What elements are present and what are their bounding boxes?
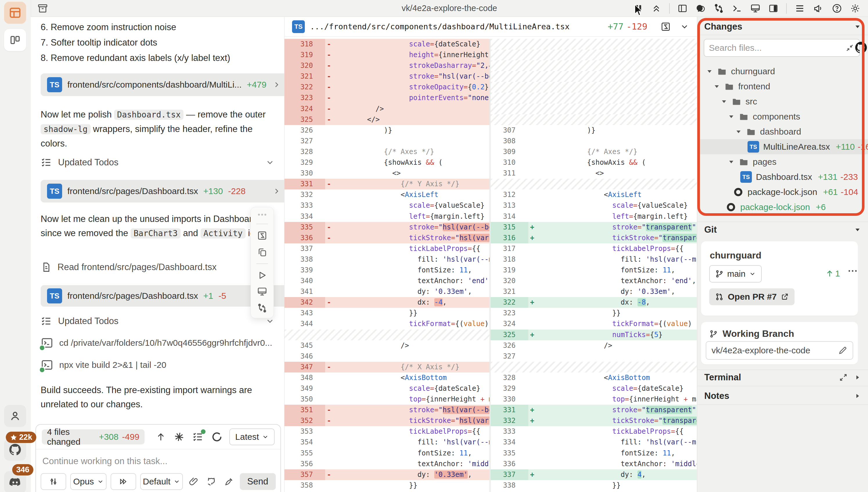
search-files-input[interactable]: Search files... xyxy=(704,39,860,57)
diff-view-icon[interactable] xyxy=(257,230,268,241)
caret-down-icon[interactable] xyxy=(713,83,720,90)
panel-left-icon[interactable] xyxy=(678,3,687,13)
model-settings-button[interactable] xyxy=(41,473,66,490)
scroll-up-icon[interactable] xyxy=(156,432,166,442)
ts-file-icon: TS xyxy=(47,288,62,303)
terminal-command-row[interactable]: cd /private/var/folders/10/h7w0q46556ggr… xyxy=(41,337,275,349)
caret-down-icon[interactable] xyxy=(854,226,861,233)
file-chip-dashboard-2[interactable]: TS frontend/src/pages/Dashboard.tsx +1 -… xyxy=(41,285,284,306)
monitor-icon[interactable] xyxy=(257,286,267,297)
terminal-command: cd /private/var/folders/10/h7w0q46556ggr… xyxy=(59,338,272,348)
updated-todos-row[interactable]: Updated Todos xyxy=(41,157,275,168)
tree-row-churnguard[interactable]: churnguard xyxy=(697,64,868,79)
tree-row-package-lock-json[interactable]: package-lock.json+61-104 xyxy=(697,184,868,200)
mode-dropdown[interactable]: Default xyxy=(140,473,183,490)
fast-forward-button[interactable] xyxy=(111,473,136,490)
terminal-icon[interactable] xyxy=(732,3,742,14)
tree-row-multilinearea-tsx[interactable]: TSMultiLineArea.tsx+110-162 xyxy=(697,139,868,154)
github-cat-icon[interactable] xyxy=(206,476,216,487)
help-icon[interactable] xyxy=(832,3,842,14)
branch-dropdown[interactable]: main xyxy=(709,265,762,282)
removed-count: -104 xyxy=(841,187,858,197)
tree-row-frontend[interactable]: frontend xyxy=(697,79,868,94)
tree-row-package-lock-json[interactable]: package-lock.json+6 xyxy=(697,200,868,215)
caret-down-icon[interactable] xyxy=(735,128,742,135)
tree-row-dashboard-tsx[interactable]: TSDashboard.tsx+131-233 xyxy=(697,169,868,184)
chevron-right-icon[interactable] xyxy=(272,187,281,196)
caret-right-icon[interactable] xyxy=(854,393,861,399)
edit-pencil-icon[interactable] xyxy=(838,346,847,355)
ts-file-icon: TS xyxy=(47,183,62,199)
caret-down-icon[interactable] xyxy=(721,98,727,105)
caret-down-icon[interactable] xyxy=(854,23,861,30)
model-dropdown[interactable]: Opus xyxy=(70,473,107,490)
diff-code-row: 349 scale={dateScale} xyxy=(284,383,489,394)
diff-filler-row xyxy=(491,71,697,82)
diff-code-row: 333 tickLabelProps={{ xyxy=(491,426,697,437)
diff-code-row: 335- stroke="hsl(var(--border))" xyxy=(284,222,489,233)
latest-dropdown[interactable]: Latest xyxy=(229,428,275,445)
chevron-down-icon[interactable] xyxy=(680,22,689,31)
terminal-command-row[interactable]: npx vite build 2>&1 | tail -20 xyxy=(41,359,275,371)
workspace-tab-active[interactable] xyxy=(4,2,26,24)
file-name: src xyxy=(746,97,757,106)
github-cat-icon[interactable] xyxy=(854,41,868,54)
diff-view-icon[interactable] xyxy=(660,21,671,32)
chevron-down-icon[interactable] xyxy=(265,158,275,167)
menu-icon[interactable] xyxy=(795,3,805,14)
chevron-right-icon[interactable] xyxy=(272,80,281,89)
files-changed-chip[interactable]: 4 files changed +308 -499 xyxy=(42,429,145,444)
tree-row-pages[interactable]: pages xyxy=(697,154,868,169)
tree-row-src[interactable]: src xyxy=(697,94,868,109)
updated-todos-row[interactable]: Updated Todos xyxy=(41,315,275,327)
todos-status-icon[interactable] xyxy=(192,431,204,443)
caret-down-icon[interactable] xyxy=(728,113,735,120)
workspace-tab-board[interactable] xyxy=(4,29,26,51)
caret-down-icon[interactable] xyxy=(728,158,735,165)
caret-down-icon[interactable] xyxy=(706,68,713,75)
caret-right-icon[interactable] xyxy=(854,374,861,381)
pause-button[interactable] xyxy=(634,3,643,13)
removed-count: -228 xyxy=(228,186,245,196)
read-file-label: Read frontend/src/pages/Dashboard.tsx xyxy=(57,262,216,272)
terminal-square-icon xyxy=(41,337,53,349)
collapse-tree-icon[interactable] xyxy=(845,43,855,53)
open-pr-button[interactable]: Open PR #7 xyxy=(709,288,795,305)
account-button[interactable] xyxy=(4,405,26,427)
diff-code-row: 317 tickLabelProps={{ xyxy=(491,243,697,254)
diff-code-row: 324 tickFormat={(value) xyxy=(491,319,697,329)
expand-icon[interactable] xyxy=(839,373,848,382)
updated-todos-label: Updated Todos xyxy=(58,157,118,168)
diff-code-row: 327 xyxy=(491,351,697,362)
send-button[interactable]: Send xyxy=(240,473,276,490)
removed-count: -5 xyxy=(218,291,226,301)
git-compare-icon[interactable] xyxy=(713,3,724,14)
git-compare-icon[interactable] xyxy=(257,303,267,313)
notes-section-header[interactable]: Notes xyxy=(697,389,868,403)
added-count: +479 xyxy=(247,80,266,90)
more-options-icon[interactable] xyxy=(257,212,268,218)
pen-icon[interactable] xyxy=(224,476,234,487)
monitor-icon[interactable] xyxy=(750,3,760,14)
working-branch-input[interactable]: vk/4e2a-explore-the-code xyxy=(706,341,853,360)
tree-row-dashboard[interactable]: dashboard xyxy=(697,124,868,139)
settings-gear-icon[interactable] xyxy=(850,3,861,14)
diff-code-row: 331- {/* Y Axis */} xyxy=(284,179,489,190)
attach-icon[interactable] xyxy=(189,476,198,487)
tree-row-components[interactable]: components xyxy=(697,109,868,124)
file-chip-multilinearea[interactable]: TS frontend/src/components/dashboard/Mul… xyxy=(41,73,284,96)
diff-code-row: 310 {showAxis && ( xyxy=(491,157,697,168)
copy-icon[interactable] xyxy=(257,247,267,257)
burst-icon[interactable] xyxy=(173,432,185,442)
megaphone-icon[interactable] xyxy=(813,3,824,14)
terminal-section-header[interactable]: Terminal xyxy=(697,370,868,385)
file-chip-dashboard-1[interactable]: TS frontend/src/pages/Dashboard.tsx +130… xyxy=(41,180,284,202)
collapse-all-icon[interactable] xyxy=(652,3,661,13)
read-file-row[interactable]: Read frontend/src/pages/Dashboard.tsx xyxy=(41,262,275,273)
more-options-icon[interactable] xyxy=(848,269,858,273)
chat-bubble-icon[interactable] xyxy=(695,3,706,14)
panel-right-icon[interactable] xyxy=(769,3,778,13)
message-hover-toolbar xyxy=(251,207,274,318)
play-icon[interactable] xyxy=(257,270,267,280)
message-input[interactable]: Continue working on this task... xyxy=(42,456,274,466)
